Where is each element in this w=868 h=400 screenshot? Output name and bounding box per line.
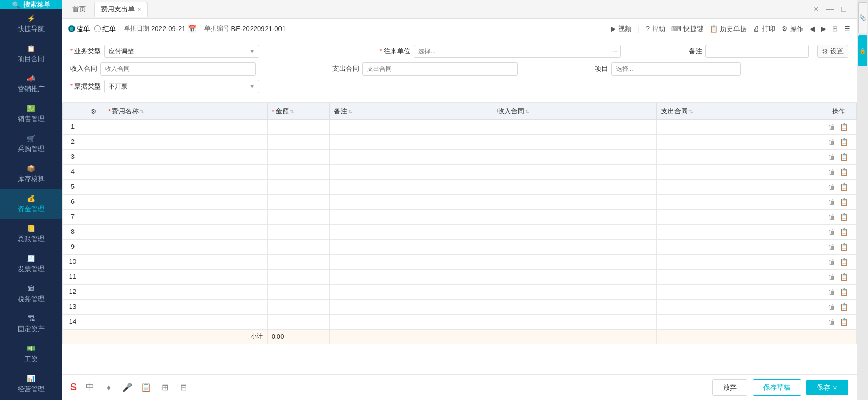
toolbar-grid-btn[interactable]: ⊞ xyxy=(832,25,838,33)
remark-input-cell[interactable] xyxy=(334,243,489,250)
footer-zh-icon[interactable]: 中 xyxy=(83,380,97,395)
row-expense-name-cell[interactable] xyxy=(104,120,268,135)
row-income-contract-cell[interactable] xyxy=(493,210,657,225)
partner-input-field[interactable] xyxy=(416,48,613,55)
row-income-contract-cell[interactable] xyxy=(493,150,657,165)
amount-input[interactable] xyxy=(272,123,325,130)
row-expense-name-cell[interactable] xyxy=(104,195,268,210)
sort-expense-name-icon[interactable]: ⇅ xyxy=(140,109,144,114)
amount-input[interactable] xyxy=(272,183,325,190)
row-expense-name-cell[interactable] xyxy=(104,315,268,330)
sort-remark-icon[interactable]: ⇅ xyxy=(348,109,352,114)
copy-row-button[interactable]: 📋 xyxy=(838,182,849,192)
copy-row-button[interactable]: 📋 xyxy=(838,302,849,312)
expense-contract-cell-input[interactable] xyxy=(661,273,816,280)
save-button[interactable]: 保存 ∨ xyxy=(806,380,848,395)
window-min-button[interactable]: — xyxy=(823,4,836,15)
income-contract-cell-input[interactable] xyxy=(497,288,652,295)
row-expense-contract-cell[interactable] xyxy=(657,150,820,165)
income-contract-cell-input[interactable] xyxy=(497,243,652,250)
expense-name-input[interactable] xyxy=(108,303,263,310)
income-contract-input[interactable]: ··· xyxy=(100,62,256,76)
sidebar-item-quick-nav[interactable]: ⚡ 快捷导航 xyxy=(0,9,62,39)
row-remark-cell[interactable] xyxy=(330,135,493,150)
expense-contract-cell-input[interactable] xyxy=(661,288,816,295)
row-remark-cell[interactable] xyxy=(330,285,493,300)
copy-row-button[interactable]: 📋 xyxy=(838,272,849,282)
amount-input[interactable] xyxy=(272,153,325,160)
delete-row-button[interactable]: 🗑 xyxy=(827,302,836,312)
row-expense-contract-cell[interactable] xyxy=(657,210,820,225)
expense-name-input[interactable] xyxy=(108,123,263,130)
sidebar-item-ledger[interactable]: 📒 总账管理 xyxy=(0,219,62,249)
expense-name-input[interactable] xyxy=(108,138,263,145)
amount-input[interactable] xyxy=(272,243,325,250)
th-expense-contract[interactable]: 支出合同 ⇅ xyxy=(657,103,820,120)
toolbar-help-btn[interactable]: ? 帮助 xyxy=(646,24,665,34)
row-income-contract-cell[interactable] xyxy=(493,240,657,255)
row-amount-cell[interactable] xyxy=(268,285,330,300)
toolbar-shortcut-btn[interactable]: ⌨ 快捷键 xyxy=(671,24,703,34)
delete-row-button[interactable]: 🗑 xyxy=(827,167,836,177)
copy-row-button[interactable]: 📋 xyxy=(838,197,849,207)
delete-row-button[interactable]: 🗑 xyxy=(827,182,836,192)
copy-row-button[interactable]: 📋 xyxy=(838,227,849,237)
expense-name-input[interactable] xyxy=(108,258,263,265)
window-max-button[interactable]: □ xyxy=(839,4,848,15)
copy-row-button[interactable]: 📋 xyxy=(838,287,849,297)
row-expense-name-cell[interactable] xyxy=(104,135,268,150)
row-remark-cell[interactable] xyxy=(330,225,493,240)
th-remark[interactable]: 备注 ⇅ xyxy=(330,103,493,120)
sidebar-item-invoice[interactable]: 🧾 发票管理 xyxy=(0,249,62,279)
sidebar-item-project-contract[interactable]: 📋 项目合同 xyxy=(0,39,62,69)
income-contract-cell-input[interactable] xyxy=(497,198,652,205)
expense-contract-cell-input[interactable] xyxy=(661,213,816,220)
delete-row-button[interactable]: 🗑 xyxy=(827,212,836,222)
expense-name-input[interactable] xyxy=(108,318,263,325)
th-amount[interactable]: 金额 ⇅ xyxy=(268,103,330,120)
footer-diamond-icon[interactable]: ♦ xyxy=(101,380,116,395)
row-income-contract-cell[interactable] xyxy=(493,255,657,270)
row-expense-name-cell[interactable] xyxy=(104,285,268,300)
row-remark-cell[interactable] xyxy=(330,195,493,210)
th-expense-name[interactable]: 费用名称 ⇅ xyxy=(104,103,268,120)
delete-row-button[interactable]: 🗑 xyxy=(827,122,836,132)
expense-name-input[interactable] xyxy=(108,273,263,280)
remark-input-cell[interactable] xyxy=(334,198,489,205)
save-draft-button[interactable]: 保存草稿 xyxy=(753,379,801,396)
row-expense-name-cell[interactable] xyxy=(104,300,268,315)
row-amount-cell[interactable] xyxy=(268,255,330,270)
row-remark-cell[interactable] xyxy=(330,210,493,225)
income-contract-cell-input[interactable] xyxy=(497,273,652,280)
amount-input[interactable] xyxy=(272,288,325,295)
income-contract-cell-input[interactable] xyxy=(497,183,652,190)
delete-row-button[interactable]: 🗑 xyxy=(827,242,836,252)
row-income-contract-cell[interactable] xyxy=(493,315,657,330)
expense-name-input[interactable] xyxy=(108,243,263,250)
income-contract-input-field[interactable] xyxy=(103,65,248,72)
row-remark-cell[interactable] xyxy=(330,300,493,315)
tab-home[interactable]: 首页 xyxy=(66,2,92,17)
row-amount-cell[interactable] xyxy=(268,120,330,135)
row-expense-name-cell[interactable] xyxy=(104,210,268,225)
remark-input-cell[interactable] xyxy=(334,123,489,130)
expense-contract-cell-input[interactable] xyxy=(661,168,816,175)
expense-contract-cell-input[interactable] xyxy=(661,303,816,310)
row-amount-cell[interactable] xyxy=(268,270,330,285)
row-expense-contract-cell[interactable] xyxy=(657,315,820,330)
row-expense-contract-cell[interactable] xyxy=(657,240,820,255)
expense-contract-cell-input[interactable] xyxy=(661,153,816,160)
toolbar-prev-btn[interactable]: ◀ xyxy=(810,25,815,33)
footer-copy-icon[interactable]: 📋 xyxy=(139,380,153,395)
expense-contract-cell-input[interactable] xyxy=(661,318,816,325)
remark-input-cell[interactable] xyxy=(334,288,489,295)
project-input-field[interactable] xyxy=(614,65,733,72)
row-remark-cell[interactable] xyxy=(330,180,493,195)
expense-contract-cell-input[interactable] xyxy=(661,123,816,130)
copy-row-button[interactable]: 📋 xyxy=(838,137,849,147)
row-amount-cell[interactable] xyxy=(268,135,330,150)
business-type-select[interactable]: 应付调整 ▼ xyxy=(104,45,259,58)
amount-input[interactable] xyxy=(272,273,325,280)
sidebar-item-tax[interactable]: 🏛 税务管理 xyxy=(0,279,62,309)
remark-input-cell[interactable] xyxy=(334,213,489,220)
